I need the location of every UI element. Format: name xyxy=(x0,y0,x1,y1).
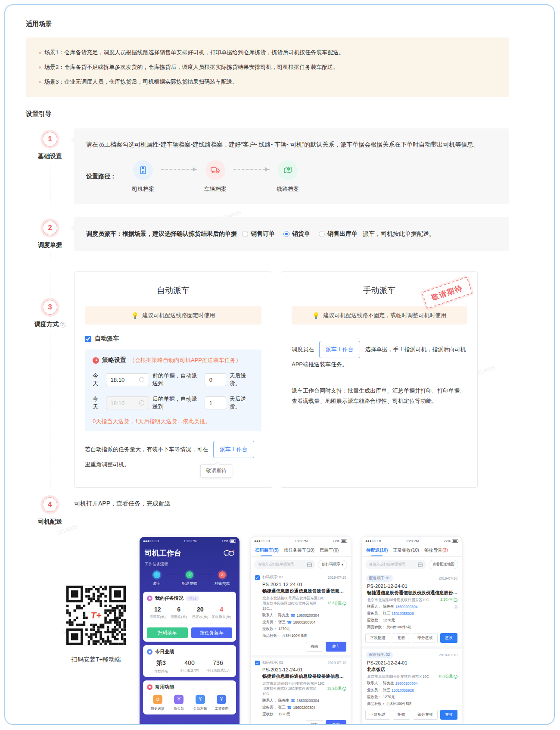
days-input[interactable]: 1 xyxy=(205,396,226,409)
contact-phone[interactable]: 18600200304 xyxy=(297,699,319,703)
navigate-icon[interactable] xyxy=(342,602,346,605)
tab-scan-load[interactable]: 扫码装车(5) xyxy=(255,547,279,556)
view-delivery-map-button[interactable]: 查看配送地图 xyxy=(429,560,458,569)
scan-icon[interactable] xyxy=(418,562,423,567)
days-input[interactable]: 0 xyxy=(205,373,226,386)
step-row-1: 1 基础设置 请在员工档案勾选司机属性-建车辆档案-建线路档案，建好“客户- 线… xyxy=(26,128,509,204)
partial-sign-button[interactable]: 部分签收 xyxy=(413,710,438,720)
scan-icon[interactable] xyxy=(307,562,312,567)
tab-sign-abnormal[interactable]: 签收异常(3) xyxy=(424,547,448,556)
chevron-down-icon: ▾ xyxy=(342,562,343,567)
clock-icon xyxy=(93,357,99,364)
manual-p1-prefix: 调度员在 xyxy=(292,346,314,353)
phone-icon[interactable]: ☎ xyxy=(287,705,292,710)
partial-sign-button[interactable]: 部分签收 xyxy=(413,633,438,643)
scan-sequence: 扫码顺序: 02 xyxy=(262,660,283,665)
contact-phone[interactable]: 18600200304 xyxy=(297,613,319,618)
time-input-disabled: 18:10 xyxy=(106,396,149,409)
qr-code: T+ xyxy=(66,585,126,646)
goods-value: 共8种100件5箱 xyxy=(387,702,412,707)
path-item-label: 司机档案 xyxy=(132,185,154,193)
timeline-connector xyxy=(50,165,50,204)
sign-button[interactable]: 签收 xyxy=(440,633,457,643)
order-search-input[interactable]: 请输入或扫描单据编号 xyxy=(254,560,315,569)
stat-commission: 736 今日预提成(元) xyxy=(204,659,232,674)
salesman-phone[interactable]: 15010055928 xyxy=(392,688,414,693)
load-button[interactable]: 装车 xyxy=(326,720,346,725)
navigate-icon[interactable] xyxy=(454,598,457,602)
camera-icon[interactable]: ⎙ xyxy=(454,604,457,609)
stat-label: 签收异常(单) xyxy=(211,615,233,619)
radio-icon[interactable] xyxy=(283,231,289,237)
phone-icon[interactable]: ☎ xyxy=(287,620,292,624)
dispatch-workbench-button[interactable]: 派车工作台 xyxy=(319,341,360,358)
navigate-icon[interactable] xyxy=(454,675,457,679)
flow-step-label: 配送签收 xyxy=(182,581,197,586)
scan-button[interactable]: 扫码 xyxy=(272,724,311,725)
func-salary-query[interactable]: ¥ 工资查询 xyxy=(211,695,233,711)
auto-dispatch-checkbox-row[interactable]: 自动派车 xyxy=(85,335,261,343)
salesman-phone[interactable]: 15010055928 xyxy=(392,611,414,616)
func-debt-reconcile[interactable]: ¥ 欠款对账 xyxy=(190,695,211,711)
step4-description: 司机打开APP，查看任务，完成配送 xyxy=(74,494,509,508)
order-checkbox[interactable] xyxy=(255,661,260,665)
dispatch-workbench-button[interactable]: 派车工作台 xyxy=(213,441,254,458)
help-icon[interactable]: ? xyxy=(60,322,65,328)
manual-tip-bar: 💡 建议司机配送线路不固定，或临时调整司机时使用 xyxy=(292,306,467,324)
step-number-badge: 4 xyxy=(43,497,57,512)
timeline-connector xyxy=(50,274,50,300)
setup-path-label: 设置路径： xyxy=(86,173,116,181)
tab-signed-normal[interactable]: 正常签收(10) xyxy=(393,547,419,556)
radio-label: 销售出库单 xyxy=(327,230,358,238)
phone-icon[interactable]: ☎ xyxy=(291,613,296,618)
route-file-icon xyxy=(278,160,298,180)
tab-to-deliver[interactable]: 待配送(10) xyxy=(366,547,388,556)
battery-percent: 77% xyxy=(444,539,451,543)
radio-outbound-order[interactable]: 销售出库单 xyxy=(319,230,358,238)
radio-sales-slip[interactable]: 销货单 xyxy=(283,230,310,238)
contact-phone[interactable]: 18600200304 xyxy=(395,605,418,609)
sort-order-dropdown[interactable]: 按扫码顺序 ▾ xyxy=(318,560,347,569)
navigate-icon[interactable] xyxy=(342,687,346,691)
chat-bubbles-icon[interactable] xyxy=(223,550,234,557)
reject-button[interactable]: 拒收 xyxy=(393,710,410,720)
checkbox-checked-icon[interactable] xyxy=(85,336,91,342)
radio-icon[interactable] xyxy=(319,231,325,237)
order-search-input[interactable]: 请输入或扫描单据编号 xyxy=(365,560,426,569)
time-input[interactable]: 18:10 xyxy=(106,373,149,386)
salesman-phone[interactable]: 18600200304 xyxy=(293,620,315,624)
search-row: 请输入或扫描单据编号 查看配送地图 xyxy=(362,557,462,572)
one-key-load-button[interactable]: 一键装车 xyxy=(311,724,351,725)
step-indicator-3: 3 调度方式 ? xyxy=(26,271,74,488)
order-list[interactable]: 扫码顺序: 01 2019-07-10 PS-2021-12-24-01 畅捷通… xyxy=(251,572,351,725)
delivery-list[interactable]: 配送顺序: 01 2019-07-10 PS-2021-12-24-01 畅捷通… xyxy=(362,572,462,725)
step-label: 调度单据 xyxy=(38,241,62,249)
manual-dispatch-card: 敬请期待 手动派车 💡 建议司机配送线路不固定，或临时调整司机时使用 调度员在 … xyxy=(281,271,478,488)
load-button[interactable]: 装车 xyxy=(326,642,346,652)
tab-loaded[interactable]: 已装车(0) xyxy=(320,547,339,556)
func-collect-debt[interactable]: ¥ 收欠款 xyxy=(168,695,190,711)
contact-phone[interactable]: 18600200304 xyxy=(395,681,418,686)
radio-sales-order[interactable]: 销售订单 xyxy=(242,230,275,238)
sign-button[interactable]: 签收 xyxy=(440,710,457,720)
next-delivery-button[interactable]: 下次配送 xyxy=(365,710,390,720)
tab-load-by-task[interactable]: 按任务装车(10) xyxy=(284,547,314,556)
func-history-returns[interactable]: ↺ 历史退货 xyxy=(147,695,168,711)
scenarios-title: 适用场景 xyxy=(26,20,509,28)
remove-button[interactable]: 移除 xyxy=(306,642,323,652)
goods-value: 共8种100件5箱 xyxy=(282,633,307,639)
manual-tip-text: 建议司机配送线路不固定，或临时调整司机时使用 xyxy=(323,312,446,319)
reject-button[interactable]: 拒收 xyxy=(393,633,410,643)
salesman-phone[interactable]: 18600200304 xyxy=(293,705,315,710)
receivable-label: 应收款： xyxy=(367,618,382,623)
customer-name: 畅捷通信息股份通信息股份股份通信息股... xyxy=(262,674,346,680)
contact-label: 联系人： xyxy=(367,604,382,609)
next-delivery-button[interactable]: 下次配送 xyxy=(365,633,390,643)
scan-load-button[interactable]: 扫码装车 xyxy=(147,627,188,638)
remove-button[interactable]: 移除 xyxy=(306,720,323,725)
scenario-text: 场景1：仓库备货充足，调度人员根据线路选择销售单安排好司机，打印单据给到仓库拣货… xyxy=(44,49,344,56)
load-by-task-button[interactable]: 按任务装车 xyxy=(191,627,232,638)
phone-icon[interactable]: ☎ xyxy=(291,699,296,703)
order-checkbox[interactable] xyxy=(255,575,260,580)
radio-icon[interactable] xyxy=(242,231,248,237)
